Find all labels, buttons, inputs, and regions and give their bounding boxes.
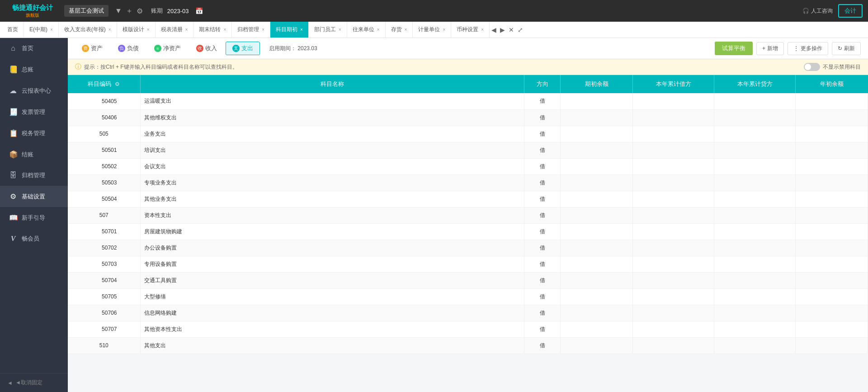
tab-subject-init-close[interactable]: × bbox=[300, 27, 303, 32]
sidebar-item-guide[interactable]: 📖 新手引导 bbox=[0, 207, 68, 228]
toggle-disabled-switch[interactable] bbox=[804, 63, 820, 71]
cell-year-credit bbox=[714, 191, 796, 207]
logo-sub: 旗舰版 bbox=[26, 12, 39, 19]
period-info-label: 启用期间： bbox=[269, 45, 296, 52]
table-row[interactable]: 50707 其他资本性支出 借 bbox=[68, 321, 868, 337]
th-year-debit: 本年累计借方 bbox=[633, 75, 714, 93]
tab-template-close[interactable]: × bbox=[147, 27, 150, 32]
tab-unit[interactable]: 计量单位 × bbox=[413, 22, 451, 38]
sub-tab-net[interactable]: ≡ 净资产 bbox=[147, 42, 188, 55]
sidebar-item-archive[interactable]: 🗄 归档管理 bbox=[0, 165, 68, 186]
calendar-icon[interactable]: 📅 bbox=[195, 7, 203, 14]
table-row[interactable]: 505 业务支出 借 bbox=[68, 126, 868, 142]
tab-subject-init[interactable]: 科目期初 × bbox=[270, 22, 309, 38]
tab-bs-interim-close[interactable]: × bbox=[50, 27, 53, 32]
sidebar-pin-toggle[interactable]: ◄ ◄取消固定 bbox=[0, 373, 68, 392]
sub-tab-income-label: 收入 bbox=[205, 44, 217, 52]
table-row[interactable]: 50705 大型修缮 借 bbox=[68, 288, 868, 305]
balance-button[interactable]: 试算平衡 bbox=[715, 42, 753, 55]
table-row[interactable]: 50501 培训支出 借 bbox=[68, 142, 868, 158]
cell-year-debit bbox=[633, 337, 714, 354]
tab-currency-close[interactable]: × bbox=[481, 27, 484, 32]
cell-period-balance bbox=[561, 337, 633, 354]
table-row[interactable]: 50703 专用设备购置 借 bbox=[68, 256, 868, 272]
tab-inventory-close[interactable]: × bbox=[405, 27, 407, 32]
company-name[interactable]: 基层工会测试 bbox=[64, 5, 108, 17]
sidebar-item-reports[interactable]: ☁ 云报表中心 bbox=[0, 80, 68, 101]
th-gear-icon[interactable]: ⚙ bbox=[115, 81, 120, 87]
tab-income-annual-close[interactable]: × bbox=[108, 27, 111, 32]
sidebar-item-closing[interactable]: 📦 结账 bbox=[0, 144, 68, 165]
cell-code: 50502 bbox=[68, 158, 140, 175]
table-row[interactable]: 507 资本性支出 借 bbox=[68, 207, 868, 223]
tab-currency[interactable]: 币种设置 × bbox=[451, 22, 490, 38]
tab-period-end-label: 期末结转 bbox=[199, 26, 221, 33]
period-info: 启用期间： 2023.03 bbox=[269, 45, 317, 52]
add-tab-icon[interactable]: ＋ bbox=[126, 6, 133, 16]
tab-prev-btn[interactable]: ◀ bbox=[490, 26, 498, 33]
table-row[interactable]: 50503 专项业务支出 借 bbox=[68, 175, 868, 191]
cell-year-credit bbox=[714, 321, 796, 337]
sub-tab-liability[interactable]: 负 负债 bbox=[111, 42, 146, 55]
sub-tab-asset[interactable]: 资 资产 bbox=[75, 42, 109, 55]
table-row[interactable]: 50704 交通工具购置 借 bbox=[68, 272, 868, 288]
expand-tabs-btn[interactable]: ⤢ bbox=[516, 26, 525, 33]
tab-period-end-close[interactable]: × bbox=[223, 27, 226, 32]
cell-year-credit bbox=[714, 175, 796, 191]
period-info-value: 2023.03 bbox=[297, 45, 317, 52]
account-button[interactable]: 会计 bbox=[838, 4, 863, 18]
tab-next-btn[interactable]: ▶ bbox=[498, 26, 507, 33]
tab-unit-close[interactable]: × bbox=[443, 27, 445, 32]
sidebar-item-tax[interactable]: 📋 税务管理 bbox=[0, 123, 68, 144]
cell-direction: 借 bbox=[524, 321, 561, 337]
table-row[interactable]: 50406 其他维权支出 借 bbox=[68, 109, 868, 126]
settings-icon[interactable]: ⚙ bbox=[137, 7, 143, 15]
tab-tax-clear-close[interactable]: × bbox=[185, 27, 188, 32]
sidebar-item-settings[interactable]: ⚙ 基础设置 bbox=[0, 186, 68, 207]
table-row[interactable]: 50701 房屋建筑物购建 借 bbox=[68, 223, 868, 240]
table-row[interactable]: 50706 信息网络购建 借 bbox=[68, 305, 868, 321]
tab-period-end[interactable]: 期末结转 × bbox=[193, 22, 232, 38]
cell-code: 50702 bbox=[68, 240, 140, 256]
table-row[interactable]: 50504 其他业务支出 借 bbox=[68, 191, 868, 207]
refresh-button[interactable]: ↻ 刷新 bbox=[832, 42, 861, 55]
sub-tab-asset-label: 资产 bbox=[91, 44, 103, 52]
sidebar-item-home[interactable]: ⌂ 首页 bbox=[0, 38, 68, 59]
tab-department-close[interactable]: × bbox=[339, 27, 341, 32]
table-container[interactable]: 科目编码 ⚙ 科目名称 方向 期初余额 本年累计借方 本年累计贷方 年初余额 5… bbox=[68, 75, 868, 392]
toggle-disabled-area: 不显示禁用科目 bbox=[804, 63, 861, 71]
tab-partners[interactable]: 往来单位 × bbox=[347, 22, 386, 38]
cell-year-debit bbox=[633, 288, 714, 305]
more-button[interactable]: ⋮ 更多操作 bbox=[788, 42, 828, 55]
tab-income-annual[interactable]: 收入支出表(年报) × bbox=[59, 22, 117, 38]
cell-year-credit bbox=[714, 93, 796, 109]
tab-home[interactable]: 首页 bbox=[2, 22, 24, 38]
table-row[interactable]: 50405 运温暖支出 借 bbox=[68, 93, 868, 109]
asset-icon: 资 bbox=[82, 45, 89, 52]
cell-year-debit bbox=[633, 321, 714, 337]
tab-department[interactable]: 部门员工 × bbox=[309, 22, 347, 38]
sidebar-item-invoice[interactable]: 🧾 发票管理 bbox=[0, 101, 68, 123]
close-all-tabs-btn[interactable]: ✕ bbox=[507, 26, 516, 33]
help-button[interactable]: 🎧 人工咨询 bbox=[802, 7, 833, 15]
hint-icon: ⓘ bbox=[75, 63, 81, 71]
tab-bs-interim-label: Ε(中期) bbox=[29, 26, 47, 33]
table-row[interactable]: 50702 办公设备购置 借 bbox=[68, 240, 868, 256]
table-row[interactable]: 510 其他支出 借 bbox=[68, 337, 868, 354]
sub-tab-income[interactable]: 收 收入 bbox=[189, 42, 224, 55]
th-direction: 方向 bbox=[524, 75, 561, 93]
tab-bs-interim[interactable]: Ε(中期) × bbox=[24, 22, 59, 38]
tab-tax-clear[interactable]: 税表清册 × bbox=[156, 22, 194, 38]
tab-inventory[interactable]: 存货 × bbox=[386, 22, 413, 38]
sidebar-item-ledger[interactable]: 📒 总账 bbox=[0, 59, 68, 80]
sub-tab-expense[interactable]: 支 支出 bbox=[226, 42, 260, 55]
dropdown-icon[interactable]: ▼ bbox=[115, 7, 122, 15]
cell-period-balance bbox=[561, 288, 633, 305]
tab-partners-close[interactable]: × bbox=[377, 27, 380, 32]
table-row[interactable]: 50502 会议支出 借 bbox=[68, 158, 868, 175]
sidebar-item-member[interactable]: V 畅会员 bbox=[0, 228, 68, 249]
add-button[interactable]: + 新增 bbox=[756, 42, 784, 55]
tab-archive-close[interactable]: × bbox=[262, 27, 264, 32]
tab-archive[interactable]: 归档管理 × bbox=[232, 22, 270, 38]
tab-template[interactable]: 模版设计 × bbox=[117, 22, 156, 38]
